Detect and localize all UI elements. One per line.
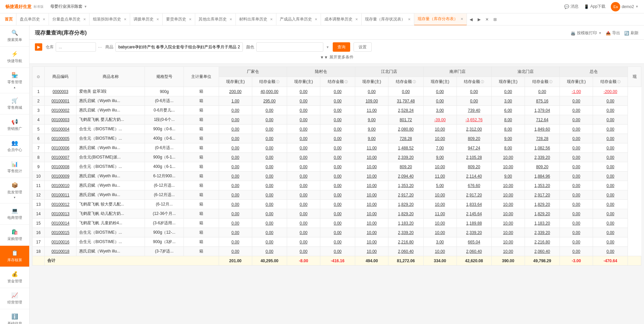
cell-data-0[interactable]: 0.00 bbox=[219, 209, 252, 219]
cell-data-7[interactable]: 2,312.00 bbox=[457, 125, 491, 134]
cell-data-2[interactable]: 0.00 bbox=[287, 200, 320, 209]
cell-data-3[interactable]: 0.00 bbox=[320, 247, 355, 256]
cell-data-10[interactable]: -1.00 bbox=[560, 87, 593, 96]
cell-data-2[interactable]: 0.00 bbox=[287, 153, 320, 162]
tab-5[interactable]: 要货单历史 ✕ bbox=[163, 13, 195, 26]
cell-data-6[interactable]: 3.00 bbox=[423, 237, 457, 247]
cell-code[interactable]: 00100014 bbox=[45, 219, 76, 228]
cell-data-7[interactable]: 1,833.64 bbox=[457, 200, 491, 209]
cell-data-4[interactable]: 11.00 bbox=[355, 106, 388, 115]
cell-code[interactable]: 00100005 bbox=[45, 134, 76, 143]
cell-data-9[interactable]: 2,917.20 bbox=[525, 190, 559, 200]
industry-selector[interactable]: 母婴行业演示陈套 ▼ bbox=[46, 4, 87, 9]
cell-data-0[interactable]: 0.00 bbox=[219, 143, 252, 153]
cell-data-4[interactable]: 109.00 bbox=[355, 96, 388, 106]
cell-data-6[interactable]: 10.00 bbox=[423, 228, 457, 237]
cell-data-8[interactable]: 9.00 bbox=[491, 172, 525, 181]
table-container[interactable]: ⚙ 商品编码 商品名称 规格型号 主计量单位 厂家仓 陆村仓 江北门店 南岸门店… bbox=[30, 64, 644, 324]
cell-data-6[interactable]: 10.00 bbox=[423, 162, 457, 172]
cell-data-0[interactable]: 0.00 bbox=[219, 106, 252, 115]
cell-data-2[interactable]: 0.00 bbox=[287, 190, 320, 200]
cell-data-1[interactable]: 0.00 bbox=[252, 237, 287, 247]
cell-data-7[interactable]: 809.20 bbox=[457, 134, 491, 143]
cell-data-3[interactable]: 0.00 bbox=[320, 106, 355, 115]
cell-data-7[interactable]: -3,652.76 bbox=[457, 115, 491, 125]
sidebar-item-operations[interactable]: 📈 经营管理 bbox=[0, 288, 29, 309]
cell-data-11[interactable]: 0.00 bbox=[593, 237, 628, 247]
cell-data-5[interactable]: 1,829.20 bbox=[388, 209, 423, 219]
cell-data-4[interactable]: 10.00 bbox=[355, 190, 388, 200]
cell-data-11[interactable]: 0.00 bbox=[593, 106, 628, 115]
cell-data-0[interactable]: 1.00 bbox=[219, 96, 252, 106]
cell-data-5[interactable]: 728.28 bbox=[388, 134, 423, 143]
tab-4-close[interactable]: ✕ bbox=[156, 17, 159, 21]
cell-data-3[interactable]: 0.00 bbox=[320, 134, 355, 143]
cell-data-1[interactable]: 0.00 bbox=[252, 228, 287, 237]
sidebar-item-quicknav[interactable]: ⚡ 快捷导航 bbox=[0, 47, 29, 68]
cell-data-1[interactable]: 0.00 bbox=[252, 172, 287, 181]
cell-data-3[interactable]: 0.00 bbox=[320, 115, 355, 125]
cell-data-5[interactable]: 2,216.80 bbox=[388, 237, 423, 247]
cell-data-9[interactable]: 2,339.20 bbox=[525, 228, 559, 237]
cell-data-4[interactable]: 10.00 bbox=[355, 153, 388, 162]
cell-data-4[interactable]: 10.00 bbox=[355, 247, 388, 256]
cell-data-6[interactable]: 7.00 bbox=[423, 143, 457, 153]
cell-data-9[interactable]: 712.64 bbox=[525, 115, 559, 125]
tab-4[interactable]: 调拨单历史 ✕ bbox=[130, 13, 163, 26]
cell-data-11[interactable]: 0.00 bbox=[593, 96, 628, 106]
cell-data-9[interactable]: 1,884.96 bbox=[525, 172, 559, 181]
cell-data-10[interactable]: 0.00 bbox=[560, 125, 593, 134]
cell-data-5[interactable]: 2,060.40 bbox=[388, 247, 423, 256]
cell-data-0[interactable]: 0.00 bbox=[219, 125, 252, 134]
refresh-btn[interactable]: 🔄 刷新 bbox=[624, 30, 639, 36]
settings-icon[interactable]: ⚙ bbox=[37, 75, 40, 79]
cell-data-10[interactable]: 0.00 bbox=[560, 228, 593, 237]
cell-data-8[interactable]: 0.00 bbox=[491, 87, 525, 96]
cell-data-7[interactable]: 2,114.40 bbox=[457, 172, 491, 181]
cell-data-7[interactable]: 947.24 bbox=[457, 143, 491, 153]
cell-data-9[interactable]: 1,082.56 bbox=[525, 143, 559, 153]
cell-data-11[interactable]: 0.00 bbox=[593, 172, 628, 181]
tab-next-btn[interactable]: ▶ bbox=[475, 13, 483, 26]
product-input[interactable] bbox=[115, 42, 243, 52]
cell-data-3[interactable]: 0.00 bbox=[320, 143, 355, 153]
cell-data-1[interactable]: 0.00 bbox=[252, 190, 287, 200]
cell-data-11[interactable]: 0.00 bbox=[593, 190, 628, 200]
cell-data-11[interactable]: 0.00 bbox=[593, 200, 628, 209]
cell-data-9[interactable]: 809.20 bbox=[525, 162, 559, 172]
tab-1-close[interactable]: ✕ bbox=[43, 17, 45, 21]
total-amt-info-icon[interactable]: ⓘ bbox=[617, 80, 621, 84]
cell-data-9[interactable]: 728.28 bbox=[525, 134, 559, 143]
cell-data-0[interactable]: 0.00 bbox=[219, 200, 252, 209]
cell-data-1[interactable]: 0.00 bbox=[252, 125, 287, 134]
cell-data-7[interactable]: 2,060.40 bbox=[457, 247, 491, 256]
cell-data-8[interactable]: 10.00 bbox=[491, 200, 525, 209]
cell-data-8[interactable]: 10.00 bbox=[491, 219, 525, 228]
warehouse-input[interactable] bbox=[56, 42, 96, 52]
cell-data-0[interactable]: 0.00 bbox=[219, 190, 252, 200]
warehouse-dots[interactable]: ··· bbox=[98, 44, 102, 50]
cell-data-6[interactable]: 10.00 bbox=[423, 200, 457, 209]
cell-data-4[interactable]: 10.00 bbox=[355, 237, 388, 247]
cell-data-7[interactable]: 0.00 bbox=[457, 96, 491, 106]
cell-data-4[interactable]: 0.00 bbox=[355, 87, 388, 96]
cell-data-10[interactable]: 0.00 bbox=[560, 247, 593, 256]
cell-data-8[interactable]: 10.00 bbox=[491, 181, 525, 190]
cell-data-1[interactable]: 0.00 bbox=[252, 200, 287, 209]
cell-code[interactable]: 00100011 bbox=[45, 190, 76, 200]
tab-home[interactable]: 首页 bbox=[1, 13, 16, 26]
cell-data-0[interactable]: 0.00 bbox=[219, 153, 252, 162]
cell-data-4[interactable]: 9.00 bbox=[355, 125, 388, 134]
cell-data-2[interactable]: 0.00 bbox=[287, 87, 320, 96]
cell-data-1[interactable]: 295.00 bbox=[252, 96, 287, 106]
cell-data-10[interactable]: 0.00 bbox=[560, 162, 593, 172]
cell-data-11[interactable]: 0.00 bbox=[593, 228, 628, 237]
cell-code[interactable]: 00100016 bbox=[45, 237, 76, 247]
cell-data-4[interactable]: 11.00 bbox=[355, 143, 388, 153]
tab-6[interactable]: 其他出库单历史 ✕ bbox=[195, 13, 236, 26]
cell-data-8[interactable]: 10.00 bbox=[491, 237, 525, 247]
cell-data-8[interactable]: 10.00 bbox=[491, 153, 525, 162]
sidebar-item-retail-mall[interactable]: 🛒 零售商城 bbox=[0, 93, 29, 114]
cell-data-1[interactable]: 0.00 bbox=[252, 181, 287, 190]
cell-data-0[interactable]: 0.00 bbox=[219, 162, 252, 172]
